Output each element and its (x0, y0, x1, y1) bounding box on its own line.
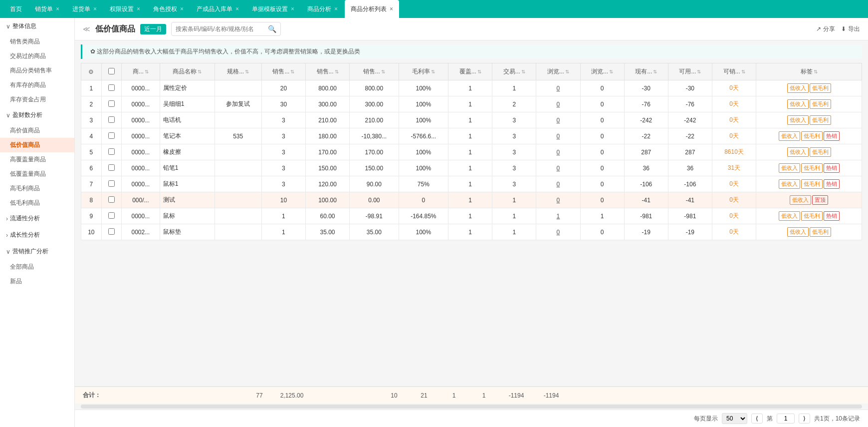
sidebar-item-new-products[interactable]: 新品 (0, 274, 74, 289)
td-browse1[interactable]: 0 (536, 112, 580, 128)
sort-icon[interactable]: ⇅ (198, 69, 202, 74)
sidebar-item-low-value[interactable]: 低价值商品 (0, 138, 74, 152)
sidebar-item-high-margin[interactable]: 高毛利商品 (0, 181, 74, 196)
td-checkbox[interactable] (101, 192, 121, 208)
gear-icon[interactable]: ⚙ (88, 68, 94, 75)
sidebar-item-stock-products[interactable]: 有库存的商品 (0, 78, 74, 92)
td-browse1[interactable]: 0 (536, 160, 580, 176)
close-icon[interactable]: × (93, 5, 97, 12)
nav-tab-home[interactable]: 首页 (4, 0, 28, 18)
sort-icon[interactable]: ⇅ (431, 69, 435, 74)
row-checkbox[interactable] (108, 180, 115, 187)
td-checkbox[interactable] (101, 224, 121, 240)
row-checkbox[interactable] (108, 164, 115, 171)
page-size-select[interactable]: 50 100 (722, 413, 747, 424)
sort-icon[interactable]: ⇅ (290, 69, 294, 74)
close-icon[interactable]: × (56, 5, 59, 12)
table-container[interactable]: ⚙ 商...⇅ 商品名称⇅ 规格...⇅ 销售...⇅ 销售...⇅ 销售...… (75, 63, 868, 386)
nav-tab-product-analysis[interactable]: 商品分析 × (301, 0, 344, 18)
row-checkbox[interactable] (108, 196, 115, 203)
row-checkbox[interactable] (108, 148, 115, 155)
row-checkbox[interactable] (108, 228, 115, 235)
browse1-link[interactable]: 0 (557, 197, 560, 204)
browse1-link[interactable]: 0 (557, 117, 560, 124)
sort-icon[interactable]: ⇅ (565, 69, 569, 74)
page-number-input[interactable] (777, 414, 795, 424)
sort-icon[interactable]: ⇅ (245, 69, 249, 74)
next-page-button[interactable]: ⟩ (799, 414, 810, 424)
browse1-link[interactable]: 0 (557, 101, 560, 108)
horizontal-scrollbar[interactable] (81, 405, 862, 409)
sort-icon[interactable]: ⇅ (521, 69, 525, 74)
row-checkbox[interactable] (108, 116, 115, 123)
td-browse1[interactable]: 0 (536, 176, 580, 192)
sidebar-group-flow[interactable]: › 流通性分析 (0, 210, 74, 227)
filter-tag-recent[interactable]: 近一月 (140, 24, 166, 34)
sidebar-group-financial[interactable]: ∨ 盈财数分析 (0, 107, 74, 123)
sort-icon[interactable]: ⇅ (653, 69, 657, 74)
td-checkbox[interactable] (101, 144, 121, 160)
export-button[interactable]: ⬇ 导出 (841, 25, 860, 33)
td-browse1[interactable]: 0 (536, 128, 580, 144)
sort-icon[interactable]: ⇅ (609, 69, 613, 74)
sidebar-item-high-value[interactable]: 高价值商品 (0, 123, 74, 138)
td-checkbox[interactable] (101, 112, 121, 128)
sort-icon[interactable]: ⇅ (145, 69, 149, 74)
td-checkbox[interactable] (101, 208, 121, 224)
td-checkbox[interactable] (101, 176, 121, 192)
share-button[interactable]: ↗ 分享 (816, 25, 835, 33)
close-icon[interactable]: × (390, 5, 393, 12)
close-icon[interactable]: × (180, 5, 184, 12)
close-icon[interactable]: × (137, 5, 140, 12)
td-browse1[interactable]: 0 (536, 80, 580, 96)
sort-icon[interactable]: ⇅ (477, 69, 481, 74)
nav-tab-role[interactable]: 角色授权 × (147, 0, 190, 18)
row-checkbox[interactable] (108, 84, 115, 91)
sort-icon[interactable]: ⇅ (381, 69, 385, 74)
sort-icon[interactable]: ⇅ (814, 69, 818, 74)
row-checkbox[interactable] (108, 212, 115, 219)
td-checkbox[interactable] (101, 80, 121, 96)
browse1-link[interactable]: 0 (557, 229, 560, 236)
sidebar-item-sales-products[interactable]: 销售类商品 (0, 34, 74, 49)
sidebar-item-low-margin[interactable]: 低毛利商品 (0, 196, 74, 210)
browse1-link[interactable]: 0 (557, 133, 560, 140)
sidebar-group-growth[interactable]: › 成长性分析 (0, 227, 74, 243)
nav-tab-template[interactable]: 单据模板设置 × (246, 0, 300, 18)
td-checkbox[interactable] (101, 128, 121, 144)
sort-icon[interactable]: ⇅ (697, 69, 701, 74)
sidebar-item-traded-products[interactable]: 交易过的商品 (0, 49, 74, 63)
row-checkbox[interactable] (108, 132, 115, 139)
browse1-link[interactable]: 0 (557, 181, 560, 188)
td-browse1[interactable]: 1 (536, 208, 580, 224)
nav-tab-purchase[interactable]: 进货单 × (66, 0, 103, 18)
td-browse1[interactable]: 0 (536, 192, 580, 208)
browse1-link[interactable]: 0 (557, 165, 560, 172)
sidebar-item-category-sales[interactable]: 商品分类销售率 (0, 63, 74, 78)
nav-tab-stockin[interactable]: 产成品入库单 × (191, 0, 245, 18)
first-page-button[interactable]: ⟨ (751, 414, 763, 424)
browse1-link[interactable]: 1 (557, 213, 560, 220)
td-browse1[interactable]: 0 (536, 224, 580, 240)
browse1-link[interactable]: 0 (557, 149, 560, 156)
close-icon[interactable]: × (235, 5, 239, 12)
sidebar-item-high-coverage[interactable]: 高覆盖量商品 (0, 152, 74, 167)
close-icon[interactable]: × (291, 5, 294, 12)
search-icon[interactable]: 🔍 (268, 25, 276, 33)
nav-tab-sales[interactable]: 销货单 × (29, 0, 65, 18)
td-checkbox[interactable] (101, 96, 121, 112)
td-checkbox[interactable] (101, 160, 121, 176)
th-checkbox[interactable] (101, 63, 121, 80)
collapse-button[interactable]: ≪ (83, 25, 90, 33)
sort-icon[interactable]: ⇅ (741, 69, 745, 74)
sidebar-group-overview[interactable]: ∨ 整体信息 (0, 18, 74, 34)
nav-tab-analysis-list[interactable]: 商品分析列表 × (345, 0, 399, 18)
row-checkbox[interactable] (108, 100, 115, 107)
select-all-checkbox[interactable] (108, 68, 115, 74)
search-input[interactable] (176, 25, 268, 32)
sidebar-item-all-products[interactable]: 全部商品 (0, 260, 74, 274)
td-browse1[interactable]: 0 (536, 96, 580, 112)
browse1-link[interactable]: 0 (557, 85, 560, 92)
sidebar-item-low-coverage[interactable]: 低覆盖量商品 (0, 167, 74, 181)
td-browse1[interactable]: 0 (536, 144, 580, 160)
